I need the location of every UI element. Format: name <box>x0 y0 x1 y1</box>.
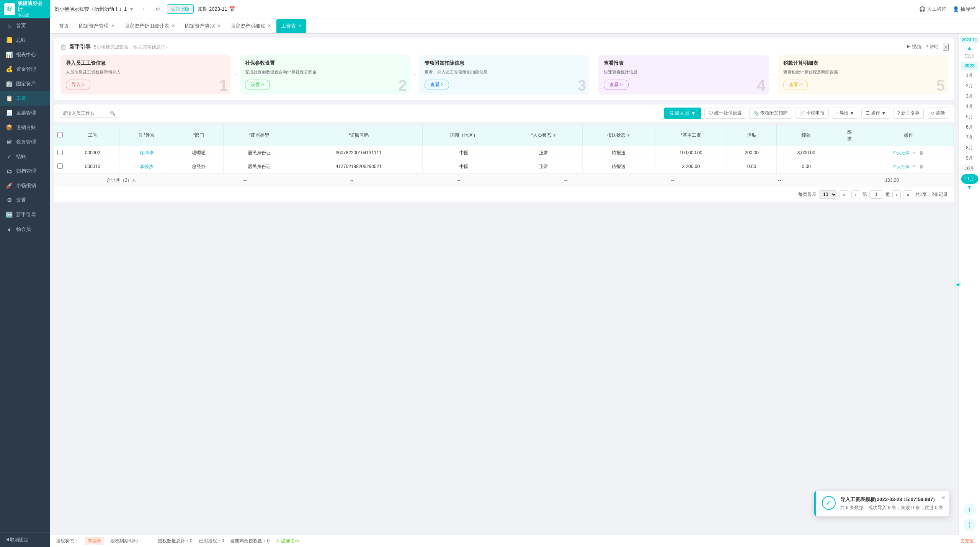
export-button[interactable]: ↑ 导出 ▼ <box>832 108 859 119</box>
refresh-button[interactable]: ↺ 刷新 <box>927 108 949 119</box>
row-delete-icon-1[interactable]: 🗑 <box>919 164 924 169</box>
sidebar-item-expense[interactable]: 🚀小畅报销 <box>0 178 50 193</box>
account-selector[interactable]: 刘小艳演示账套（勿删勿动！）1 ▼ <box>54 6 134 13</box>
special-deduction-button[interactable]: 📎 专项附加扣除 <box>749 108 792 119</box>
switch-old-version-button[interactable]: 切到旧版 <box>167 4 194 14</box>
page-number-input[interactable] <box>869 190 883 199</box>
sidebar-item-funds[interactable]: 💰资金管理 <box>0 62 50 77</box>
row-name-link-1[interactable]: 李俊杰 <box>140 164 154 169</box>
charge-link[interactable]: 去充值 <box>960 538 974 544</box>
row-select-checkbox-1[interactable] <box>57 163 63 169</box>
sidebar-icon-vip: ♦ <box>5 226 13 233</box>
cal-month-5[interactable]: 5月 <box>961 112 978 122</box>
sidebar-item-payroll[interactable]: 📋工资 <box>0 91 50 106</box>
row-edit-icon-1[interactable]: ✏ <box>913 164 916 169</box>
tab-fixed-category[interactable]: 固定资产类别✕ <box>180 19 225 33</box>
tab-close-fixed-detail[interactable]: ✕ <box>268 23 271 28</box>
sidebar-item-invoices[interactable]: 🧾发票管理 <box>0 106 50 120</box>
sidebar-item-tax[interactable]: 🏛税务管理 <box>0 135 50 149</box>
sidebar-label-expense: 小畅报销 <box>16 182 36 189</box>
operations-button[interactable]: ☰ 操作 ▼ <box>861 108 890 119</box>
cal-month-11[interactable]: 11月 <box>961 174 978 184</box>
guide-step-btn-4[interactable]: 查看 > <box>604 80 628 90</box>
page-suffix: 页 <box>885 191 890 198</box>
guide-button[interactable]: ? 新手引导 <box>893 108 924 119</box>
year-display[interactable]: 2023.11 <box>960 37 980 43</box>
guide-video-link[interactable]: ▶ 视频 <box>906 44 921 50</box>
cal-month-3[interactable]: 3月 <box>961 91 978 101</box>
cal-month-9[interactable]: 9月 <box>961 153 978 163</box>
tab-close-fixed-category[interactable]: ✕ <box>217 23 220 28</box>
table-header-report-status: 报送状态 ▼ <box>582 125 655 146</box>
toast-close-button[interactable]: ✕ <box>941 495 946 501</box>
cal-month-1[interactable]: 1月 <box>961 71 978 80</box>
guide-step-btn-5[interactable]: 查看 > <box>783 80 808 90</box>
calendar-down-button[interactable]: ▼ <box>964 184 975 191</box>
guide-step-btn-2[interactable]: 设置 > <box>245 80 270 90</box>
guide-arrow-4: → <box>769 55 778 95</box>
panel-tool-2[interactable]: ⟩ <box>964 519 976 531</box>
tab-close-fixed-assets[interactable]: ✕ <box>111 23 114 28</box>
add-account-button[interactable]: ＋ <box>138 4 149 15</box>
tab-home[interactable]: 首页 <box>54 19 74 33</box>
tab-payroll[interactable]: 工资表✕ <box>276 19 306 33</box>
sidebar-item-vip[interactable]: ♦畅会员 <box>0 222 50 237</box>
row-social-link-0[interactable]: 个人社保 <box>893 150 910 155</box>
row-edit-icon-0[interactable]: ✏ <box>913 150 916 155</box>
sidebar-item-settings[interactable]: ⚙设置 <box>0 193 50 207</box>
cal-month-2[interactable]: 2月 <box>961 81 978 91</box>
sidebar-unpin[interactable]: ◀取消固定 <box>0 532 50 547</box>
row-select-checkbox-0[interactable] <box>57 150 63 155</box>
account-name: 刘小艳演示账套（勿删勿动！）1 <box>54 6 127 13</box>
guide-close-button[interactable]: ✕ <box>943 44 949 51</box>
tab-close-payroll[interactable]: ✕ <box>298 23 302 28</box>
prev-page-button[interactable]: ‹ <box>851 190 860 199</box>
first-page-button[interactable]: « <box>840 190 849 199</box>
guide-help-link[interactable]: ? 帮助 <box>926 44 939 50</box>
sidebar-item-fixed-assets[interactable]: 🏢固定资产 <box>0 77 50 91</box>
panel-tool-1[interactable]: ⟨ <box>964 503 976 516</box>
period-selector[interactable]: 账期 2023-11 📅 <box>198 6 235 13</box>
tax-report-button[interactable]: 📄 个税申报 <box>795 108 829 119</box>
row-delete-icon-0[interactable]: 🗑 <box>919 150 924 155</box>
cal-month-2023[interactable]: 2023 <box>961 62 978 70</box>
sidebar-item-general-ledger[interactable]: 📒总账 <box>0 33 50 47</box>
tab-fixed-detail[interactable]: 固定资产明细账✕ <box>226 19 276 33</box>
warn-icon: ⚠ <box>276 538 280 544</box>
add-people-button[interactable]: 添加人员 ▼ <box>664 108 701 119</box>
guide-step-btn-3[interactable]: 查看 > <box>425 80 449 90</box>
guide-step-btn-1[interactable]: 导入 > <box>66 80 90 90</box>
ops-icon: ☰ <box>866 111 870 116</box>
calendar-up-button[interactable]: ▲ <box>964 44 975 51</box>
cal-month-12[interactable]: 12月 <box>961 51 978 61</box>
panel-toggle-button[interactable]: ◀ <box>954 281 961 288</box>
cal-month-7[interactable]: 7月 <box>961 133 978 142</box>
user-menu[interactable]: 👤 徐泽华 <box>953 6 975 13</box>
sidebar-item-guide[interactable]: 🆕新手引导 <box>0 207 50 222</box>
sidebar-item-reports[interactable]: 📊报表中心 <box>0 47 50 62</box>
cal-month-10[interactable]: 10月 <box>961 164 978 173</box>
sidebar-item-archive[interactable]: 🗂归档管理 <box>0 164 50 178</box>
row-name-link-0[interactable]: 徐泽华 <box>140 150 154 155</box>
per-page-select[interactable]: 10 20 50 <box>819 190 837 199</box>
tab-label-fixed-category: 固定资产类别 <box>185 23 215 29</box>
support-button[interactable]: 🎧 人工咨询 <box>919 6 947 13</box>
select-all-checkbox[interactable] <box>57 132 63 137</box>
cal-month-8[interactable]: 8月 <box>961 143 978 153</box>
table-row: 000010 李俊杰 总经办 居民身份证 412702198206290521 … <box>54 160 954 173</box>
tab-close-fixed-depreciation[interactable]: ✕ <box>172 23 175 28</box>
tab-fixed-depreciation[interactable]: 固定资产折旧统计表✕ <box>120 19 180 33</box>
sidebar-item-settlement[interactable]: ✓结账 <box>0 149 50 164</box>
search-input[interactable] <box>62 111 108 116</box>
cal-month-6[interactable]: 6月 <box>961 122 978 132</box>
cal-month-4[interactable]: 4月 <box>961 102 978 111</box>
row-social-link-1[interactable]: 个人社保 <box>893 164 910 169</box>
sidebar-item-home[interactable]: ⌂首页 <box>0 18 50 33</box>
settings-icon[interactable]: ⚙ <box>152 4 163 15</box>
guide-step-2: 社保参数设置 完成社保参数设置自动计算社保公积金 设置 > 2 <box>240 55 410 95</box>
last-page-button[interactable]: » <box>903 190 913 199</box>
next-page-button[interactable]: › <box>892 190 901 199</box>
tab-fixed-assets[interactable]: 固定资产管理✕ <box>74 19 119 33</box>
sidebar-item-inventory[interactable]: 📦进销台账 <box>0 120 50 135</box>
social-insurance-button[interactable]: 🛡 统一社保设置 <box>704 108 746 119</box>
